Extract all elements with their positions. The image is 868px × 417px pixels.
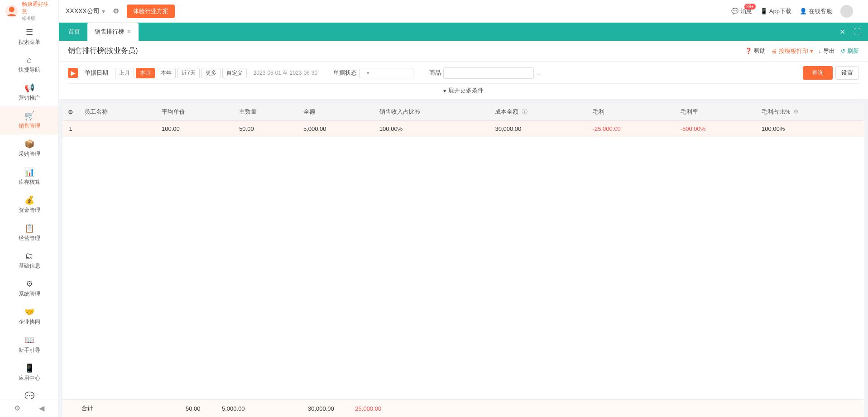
tabbar-actions: ✕ ⛶ [836,25,868,38]
th-gross-rate: 毛利率 [675,103,756,121]
sidebar-item-search[interactable]: ☰ 搜索菜单 [0,23,58,51]
export-button[interactable]: ↓ 导出 [819,47,835,55]
apps-icon: 📱 [24,363,34,373]
cost-info-icon[interactable]: ⓘ [522,108,528,115]
app-download-button[interactable]: 📱 App下载 [760,7,791,15]
main-content: XXXXX公司 ▾ ⚙ 体验行业方案 💬 消息 99+ 📱 App下载 👤 在线… [59,0,868,417]
chevron-down-icon: ▾ [102,8,105,15]
gear-icon: ⚙ [113,7,119,15]
this-month-btn[interactable]: 本月 [136,68,155,78]
cell-amount: 5,000.00 [298,121,374,137]
sidebar-item-collab[interactable]: 🤝 企业协同 [0,302,58,331]
sidebar-item-basic-info[interactable]: 🗂 基础信息 [0,247,58,274]
avatar[interactable] [840,5,853,18]
sidebar-item-label-system: 系统管理 [19,290,40,298]
sidebar-item-label-apps: 应用中心 [19,374,40,382]
expand-conditions-btn[interactable]: ▾ 展开更多条件 [443,86,484,95]
sidebar-settings-btn[interactable]: ⚙ [14,404,20,412]
more-conditions-btn[interactable]: ... [536,70,541,77]
sidebar-item-sales[interactable]: 🛒 销售管理 [0,106,58,134]
tab-close-icon[interactable]: ✕ [127,29,131,35]
sidebar-item-label-search: 搜索菜单 [19,38,40,46]
sidebar-footer: ⚙ ◀ [0,399,58,417]
refresh-icon: ↺ [840,48,845,54]
filter-expand-btn[interactable]: ▶ [68,68,78,78]
status-filter: 单据状态 ▾ [333,68,413,78]
sidebar-item-apps[interactable]: 📱 应用中心 [0,359,58,387]
topbar-settings-btn[interactable]: ⚙ [110,5,122,18]
search-button[interactable]: 查询 [803,66,833,80]
sidebar-item-operations[interactable]: 📋 经营管理 [0,219,58,247]
date-filter-label: 单据日期 [85,69,108,77]
column-settings-button[interactable]: 设置 [835,66,859,80]
guide-icon: 📖 [24,335,34,345]
status-select[interactable]: ▾ [359,68,413,78]
cell-name [79,121,156,137]
company-selector[interactable]: XXXXX公司 ▾ [66,7,105,15]
last-month-btn[interactable]: 上月 [115,68,134,78]
finance-icon: 💰 [24,195,34,205]
print-button[interactable]: 🖨 按模板打印 ▾ [771,47,813,55]
th-sales-pct: 销售收入占比% [374,103,490,121]
trial-button[interactable]: 体验行业方案 [127,5,175,18]
sidebar-item-purchase[interactable]: 📦 采购管理 [0,134,58,163]
custom-btn[interactable]: 自定义 [222,68,247,78]
th-settings[interactable]: ⚙ [62,103,79,121]
sidebar-item-label-collab: 企业协同 [19,318,40,326]
online-service-icon: 👤 [800,8,807,14]
help-button[interactable]: ❓ 帮助 [745,47,766,55]
tab-home[interactable]: 首页 [61,23,87,41]
collab-icon: 🤝 [24,307,34,317]
sidebar-item-marketing[interactable]: 📢 营销推广 [0,78,58,106]
goods-input[interactable] [443,67,534,79]
more-date-btn[interactable]: 更多 [201,68,221,78]
th-gross: 毛利 [587,103,675,121]
sidebar-item-label-operations: 经营管理 [19,235,40,242]
sidebar-item-system[interactable]: ⚙ 系统管理 [0,274,58,302]
marketing-icon: 📢 [24,83,34,93]
cell-sales-pct: 100.00% [374,121,490,137]
empty-space [62,137,864,399]
last7-btn[interactable]: 近7天 [177,68,200,78]
print-dropdown-icon: ▾ [810,48,813,54]
cell-gross-rate: -500.00% [675,121,756,137]
date-buttons: 上月 本月 本年 近7天 更多 自定义 [115,68,247,78]
sidebar-item-label-inventory: 库存核算 [19,178,40,186]
sidebar-item-shortcuts[interactable]: ⌂ 快捷导航 [0,51,58,78]
sidebar-item-label-marketing: 营销推广 [19,94,40,102]
sidebar-item-wechat[interactable]: 💬 企业微信 [0,387,58,399]
this-year-btn[interactable]: 本年 [157,68,176,78]
gross-pct-info-icon[interactable]: ⚙ [793,108,799,115]
refresh-button[interactable]: ↺ 刷新 [840,47,859,55]
logo: 畅康通好生意 标准版 [0,0,58,23]
goods-filter: 商品 ... [429,67,541,79]
sidebar-item-label-guide: 新手引导 [19,346,40,354]
th-main-qty: 主数量 [234,103,298,121]
sidebar-item-label-finance: 资金管理 [19,206,40,214]
online-service-button[interactable]: 👤 在线客服 [800,7,832,15]
message-button[interactable]: 💬 消息 99+ [731,7,752,15]
data-table: ⚙ 员工名称 平均单价 主数量 全额 销售收入占比% 成本全额 ⓘ 毛利 毛利率 [62,103,864,137]
basic-info-icon: 🗂 [25,251,34,261]
window-close-btn[interactable]: ✕ [836,25,849,38]
window-maximize-btn[interactable]: ⛶ [851,25,863,38]
logo-main-text: 畅康通好生意 [22,1,54,15]
settings-col-icon: ⚙ [68,109,73,115]
sidebar-collapse-btn[interactable]: ◀ [39,404,44,412]
goods-label: 商品 [429,69,441,77]
purchase-icon: 📦 [24,139,34,149]
cell-index: 1 [62,121,79,137]
logo-sub-text: 标准版 [22,15,54,22]
sidebar-item-finance[interactable]: 💰 资金管理 [0,191,58,219]
th-avg-price: 平均单价 [156,103,234,121]
tabbar: 首页 销售排行榜 ✕ ✕ ⛶ [59,23,868,41]
sales-icon: 🛒 [24,111,34,121]
cell-main-qty: 50.00 [234,121,298,137]
cell-gross-pct: 100.00% [756,121,864,137]
home-icon: ⌂ [27,55,32,65]
sidebar-item-inventory[interactable]: 📊 库存核算 [0,163,58,191]
tab-sales-ranking[interactable]: 销售排行榜 ✕ [87,23,139,41]
sidebar-item-guide[interactable]: 📖 新手引导 [0,331,58,359]
topbar-left: XXXXX公司 ▾ ⚙ 体验行业方案 [66,5,175,18]
status-label: 单据状态 [333,69,357,77]
